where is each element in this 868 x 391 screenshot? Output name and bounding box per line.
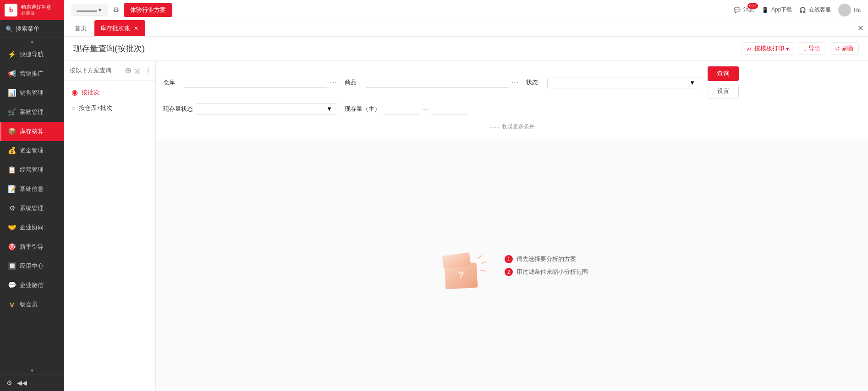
home-tab-label: 首页	[75, 24, 87, 33]
hint-item-2: 2 用过滤条件来缩小分析范围	[505, 268, 588, 276]
sidebar-item-sales[interactable]: 📊 销售管理	[0, 83, 64, 103]
filter-product: 商品 ···	[345, 77, 519, 88]
content-area: 按以下方案查询 ⊕ ◎ 《 ◉ 按批次 ○ 按仓库+批次	[64, 61, 868, 391]
sidebar-item-system[interactable]: ⚙ 系统管理	[0, 199, 64, 218]
svg-line-5	[478, 255, 482, 259]
stock-main-label: 现存量（主）	[345, 105, 380, 113]
filter-stock-status: 现存量状态 ▼	[163, 103, 337, 114]
stock-main-range: —	[383, 103, 468, 114]
membership-icon: V	[8, 300, 16, 309]
sidebar-item-marketing[interactable]: 📢 营销推广	[0, 64, 64, 83]
export-btn[interactable]: ↓ 导出	[799, 42, 826, 55]
svg-point-1	[840, 12, 849, 16]
new-guide-icon: 🎯	[8, 243, 16, 251]
sidebar-item-inventory[interactable]: 📦 库存核算	[0, 122, 64, 141]
plan-item-by-batch[interactable]: ◉ 按批次	[64, 84, 155, 100]
enterprise-wechat-icon: 💬	[8, 281, 16, 289]
sales-icon: 📊	[8, 89, 16, 97]
collapse-panel-icon[interactable]: 《	[143, 66, 150, 75]
tab-home[interactable]: 首页	[69, 20, 93, 36]
page-header: 现存量查询(按批次) 🖨 按模板打印 ▾ ↓ 导出 ↺ 刷新	[64, 37, 868, 61]
plan-item-by-warehouse-batch[interactable]: ○ 按仓库+批次	[64, 100, 155, 116]
experience-btn[interactable]: 体验行业方案	[124, 3, 172, 17]
warehouse-more-icon[interactable]: ···	[330, 78, 337, 87]
sidebar-nav: ⚡ 快捷导航 📢 营销推广 📊 销售管理 🛒 采购管理 📦 库存核算 💰 资金管…	[0, 45, 64, 367]
print-dropdown-icon: ▾	[786, 45, 789, 52]
global-close-btn[interactable]: ✕	[857, 24, 863, 33]
hint-text-2: 用过滤条件来缩小分析范围	[516, 268, 588, 276]
left-panel: 按以下方案查询 ⊕ ◎ 《 ◉ 按批次 ○ 按仓库+批次	[64, 61, 156, 391]
stock-main-max[interactable]	[431, 103, 468, 114]
filter-status: 状态 ▼	[526, 77, 700, 88]
sidebar-item-app-center[interactable]: 🔲 应用中心	[0, 256, 64, 276]
refresh-btn[interactable]: ↺ 刷新	[830, 42, 859, 55]
tabbar: 首页 库存批次账 ✕ ✕	[64, 20, 868, 37]
sidebar-item-enterprise-collab[interactable]: 🤝 企业协同	[0, 218, 64, 237]
print-icon: 🖨	[747, 45, 753, 52]
app-download-group[interactable]: 📱 App下载	[762, 6, 792, 14]
enterprise-collab-icon: 🤝	[8, 223, 16, 232]
app-title-group: 畅康通好生意 标准版	[21, 4, 51, 16]
sidebar-item-operation[interactable]: 📋 经营管理	[0, 160, 64, 179]
collapse-conditions-btn[interactable]: ︿︿ 收起更多条件	[163, 119, 861, 134]
settings-plan-icon[interactable]: ◎	[134, 66, 141, 75]
collapse-icon: ︿︿	[489, 123, 500, 130]
search-icon: 🔍	[5, 26, 13, 33]
right-panel: 仓库 ··· 商品 ··· 状态 ▼	[156, 61, 868, 391]
stock-main-min[interactable]	[383, 103, 420, 114]
product-input[interactable]	[366, 77, 509, 88]
settings-btn[interactable]: 设置	[708, 84, 739, 98]
plan-active-icon: ◉	[71, 88, 78, 97]
warehouse-input[interactable]	[184, 77, 327, 88]
settings-footer-icon[interactable]: ⚙	[6, 379, 12, 386]
left-panel-header: 按以下方案查询 ⊕ ◎ 《	[64, 61, 155, 81]
quick-nav-icon: ⚡	[8, 50, 16, 59]
hint-text-1: 请先选择要分析的方案	[516, 255, 576, 263]
topbar-left: ▬▬▬▬ ▾ ⚙ 体验行业方案	[71, 3, 728, 17]
svg-line-6	[482, 262, 486, 263]
search-menu[interactable]: 🔍 搜索菜单	[0, 20, 64, 38]
product-label: 商品	[345, 78, 363, 87]
template-print-btn[interactable]: 🖨 按模板打印 ▾	[742, 42, 794, 55]
hint-num-1: 1	[505, 255, 513, 263]
basic-icon: 📝	[8, 185, 16, 193]
stock-status-select[interactable]: ▼	[196, 103, 337, 114]
sidebar-footer: ⚙ ◀◀	[0, 374, 64, 391]
status-chevron-icon: ▼	[689, 79, 695, 86]
sidebar-item-new-guide[interactable]: 🎯 新手引导	[0, 237, 64, 256]
svg-point-0	[842, 6, 847, 11]
product-more-icon[interactable]: ···	[511, 78, 519, 87]
collapse-sidebar-icon[interactable]: ◀◀	[17, 379, 27, 386]
online-service-group[interactable]: 🎧 在线客服	[799, 6, 831, 14]
status-select[interactable]: ▼	[547, 77, 700, 88]
svg-line-7	[481, 270, 485, 271]
scroll-down[interactable]: ▼	[0, 367, 64, 374]
sidebar-item-purchase[interactable]: 🛒 采购管理	[0, 103, 64, 122]
phone-icon: 📱	[762, 7, 769, 13]
sidebar-item-quick-nav[interactable]: ⚡ 快捷导航	[0, 45, 64, 64]
filter-row-1: 仓库 ··· 商品 ··· 状态 ▼	[163, 66, 861, 98]
app-edition: 标准版	[21, 10, 51, 16]
filter-warehouse: 仓库 ···	[163, 77, 337, 88]
sidebar-item-enterprise-wechat[interactable]: 💬 企业微信	[0, 276, 64, 295]
add-plan-icon[interactable]: ⊕	[125, 65, 132, 76]
query-btn[interactable]: 查询	[708, 66, 739, 81]
plan-list: ◉ 按批次 ○ 按仓库+批次	[64, 81, 155, 119]
close-tab-btn[interactable]: ✕	[133, 25, 139, 32]
topbar-right: 💬 消息 99+ 📱 App下载 🎧 在线客服 Rit	[734, 4, 861, 16]
sidebar-item-membership[interactable]: V 畅会员	[0, 295, 64, 314]
tab-inventory-batch[interactable]: 库存批次账 ✕	[94, 20, 145, 36]
workspace-dropdown[interactable]: ▬▬▬▬ ▾	[71, 5, 108, 16]
sidebar-header: b 畅康通好生意 标准版	[0, 0, 64, 20]
message-group[interactable]: 💬 消息 99+	[734, 6, 754, 14]
gear-icon[interactable]: ⚙	[113, 5, 119, 14]
filter-stock-main: 现存量（主） —	[345, 103, 519, 114]
scroll-up[interactable]: ▲	[0, 38, 64, 45]
operation-icon: 📋	[8, 166, 16, 174]
user-group[interactable]: Rit	[838, 4, 861, 16]
sidebar-item-finance[interactable]: 💰 资金管理	[0, 141, 64, 160]
inventory-batch-tab-label: 库存批次账	[100, 24, 130, 33]
empty-illustration: ?	[436, 238, 491, 293]
sidebar-item-basic[interactable]: 📝 基础信息	[0, 179, 64, 199]
system-icon: ⚙	[8, 204, 16, 212]
